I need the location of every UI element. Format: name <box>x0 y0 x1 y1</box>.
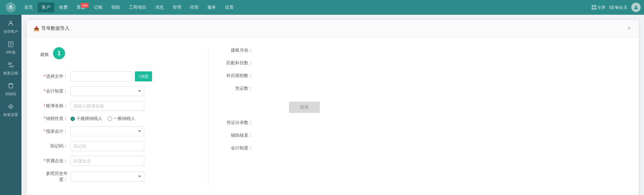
avatar[interactable] <box>631 3 641 12</box>
main-layout: 全部客户 0申报 账套迁移 <box>0 15 644 195</box>
declaration-label: 0申报 <box>6 50 15 55</box>
info-panel: 建账月份： 匹配科目数： 科目期初数： 凭证数： <box>222 47 356 187</box>
vip-icon <box>609 5 614 10</box>
step-section: 建账 1 <box>40 47 195 65</box>
top-navigation: 首页 客户 收费 票据 new 记账 报税 工商项目 消息 管理 经营 服务 设… <box>0 0 644 15</box>
fullscreen-label: 全屏 <box>597 5 605 10</box>
general-taxpayer-label: 一般纳税人 <box>113 116 135 122</box>
dialog-title: 📥 导爷数据导入 <box>34 25 69 31</box>
sidebar-item-all-customers[interactable]: 全部客户 <box>1 17 21 37</box>
auxiliary-accounting-label: 辅助核算： <box>222 132 255 138</box>
nav-item-service[interactable]: 服务 <box>203 2 220 12</box>
voucher-entries-label: 凭证分录数： <box>222 120 255 126</box>
file-text-input[interactable] <box>70 71 133 81</box>
info-row-voucher-count: 凭证数： <box>222 85 356 91</box>
form-rows: *选择文件： +浏览 *会计制度： <box>40 71 195 183</box>
all-customers-label: 全部客户 <box>3 29 18 34</box>
create-account-button[interactable]: 建账 <box>289 102 320 113</box>
memo-code-label: 助记码： <box>40 143 70 149</box>
affiliated-company-label: *所属企业： <box>40 158 70 164</box>
info-row-build-month: 建账月份： <box>222 47 356 53</box>
dialog-title-icon: 📥 <box>34 26 39 31</box>
browse-button[interactable]: +浏览 <box>135 71 152 81</box>
step-circle: 1 <box>53 47 65 59</box>
fullscreen-icon <box>592 5 596 10</box>
nav-item-billing[interactable]: 收费 <box>55 2 72 12</box>
recycle-icon <box>7 82 14 90</box>
svg-rect-12 <box>8 63 11 64</box>
accounting-system-label: *会计制度： <box>40 88 70 94</box>
svg-rect-3 <box>592 8 593 9</box>
match-subjects-label: 匹配科目数： <box>222 60 255 66</box>
memo-code-input[interactable] <box>70 141 144 151</box>
radio-general-taxpayer[interactable]: 一般纳税人 <box>108 116 135 122</box>
info-accounting-system-label: 会计制度： <box>222 145 255 151</box>
step-label: 建账 <box>40 52 49 58</box>
nav-item-operation[interactable]: 经营 <box>186 2 203 12</box>
tax-type-radio-group: 小规模纳税人 一般纳税人 <box>70 116 135 122</box>
nav-item-tax[interactable]: 报税 <box>107 2 124 12</box>
nav-item-manage[interactable]: 管理 <box>168 2 185 12</box>
form-row-assigned-accountant: *指派会计： <box>40 126 195 136</box>
svg-rect-5 <box>610 6 614 9</box>
nav-items: 首页 客户 收费 票据 new 记账 报税 工商项目 消息 管理 经营 服务 设… <box>20 2 592 12</box>
ledger-name-label: *账簿名称： <box>40 103 70 109</box>
content-area: 📥 导爷数据导入 × 建账 1 <box>21 15 644 195</box>
logo-icon <box>6 2 16 12</box>
dialog-card: 📥 导爷数据导入 × 建账 1 <box>27 20 639 195</box>
dialog-close-button[interactable]: × <box>626 24 632 33</box>
svg-point-7 <box>10 21 12 23</box>
nav-right: 全屏 畅会员 <box>592 3 641 12</box>
accounting-system-select[interactable] <box>70 86 144 96</box>
tag-settings-label: 标签设置 <box>3 112 18 117</box>
ledger-name-input[interactable] <box>70 101 144 111</box>
nav-item-settings[interactable]: 设置 <box>221 2 238 12</box>
vip-button[interactable]: 畅会员 <box>609 5 627 10</box>
form-row-affiliated-company: *所属企业： <box>40 156 195 166</box>
info-row-accounting-system: 会计制度： <box>222 145 356 151</box>
dialog-body: 建账 1 *选择文件： +浏览 <box>27 37 639 195</box>
nav-item-industry[interactable]: 工商项目 <box>125 2 150 12</box>
nav-item-home[interactable]: 首页 <box>20 2 37 12</box>
info-row-subject-initial: 科目期初数： <box>222 73 356 79</box>
recycle-label: 回收站 <box>5 91 16 96</box>
refer-history-select[interactable] <box>70 172 144 182</box>
nav-item-customers[interactable]: 客户 <box>38 2 54 12</box>
sidebar: 全部客户 0申报 账套迁移 <box>0 15 21 195</box>
form-row-tax-type: *纳税性质： 小规模纳税人 一般纳税人 <box>40 116 195 122</box>
assigned-accountant-select[interactable] <box>70 126 144 136</box>
nav-item-accounts[interactable]: 记账 <box>90 2 107 12</box>
svg-point-0 <box>10 5 12 7</box>
radio-small-taxpayer[interactable]: 小规模纳税人 <box>70 116 102 122</box>
affiliated-company-input[interactable] <box>70 156 144 166</box>
account-migration-label: 账套迁移 <box>3 71 18 76</box>
svg-rect-2 <box>595 5 596 7</box>
fullscreen-button[interactable]: 全屏 <box>592 5 605 10</box>
account-migration-icon <box>7 62 14 69</box>
app-logo[interactable] <box>3 0 18 15</box>
sidebar-item-tag-settings[interactable]: 标签设置 <box>1 101 21 120</box>
form-row-refer-history: 参照历史年度： <box>40 171 195 183</box>
refer-history-label: 参照历史年度： <box>40 171 70 183</box>
all-customers-icon <box>7 20 14 28</box>
assigned-accountant-label: *指派会计： <box>40 128 70 134</box>
nav-item-messages[interactable]: 消息 <box>151 2 168 12</box>
info-row-auxiliary-accounting: 辅助核算： <box>222 132 356 138</box>
info-row-voucher-entries: 凭证分录数： <box>222 120 356 126</box>
form-row-accounting-system: *会计制度： <box>40 86 195 96</box>
form-row-ledger-name: *账簿名称： <box>40 101 195 111</box>
small-taxpayer-label: 小规模纳税人 <box>76 116 102 122</box>
build-month-label: 建账月份： <box>222 47 255 53</box>
user-icon <box>633 5 639 10</box>
form-row-memo-code: 助记码： <box>40 141 195 151</box>
sidebar-item-account-migration[interactable]: 账套迁移 <box>1 59 21 78</box>
sidebar-item-recycle[interactable]: 回收站 <box>1 80 21 99</box>
select-file-label: *选择文件： <box>40 73 70 79</box>
file-input-group: +浏览 <box>70 71 144 81</box>
new-badge: new <box>81 3 89 8</box>
sidebar-item-declaration[interactable]: 0申报 <box>1 38 21 58</box>
svg-rect-1 <box>592 5 593 7</box>
dialog-title-text: 导爷数据导入 <box>41 25 69 31</box>
nav-item-tickets[interactable]: 票据 new <box>72 2 89 12</box>
svg-rect-4 <box>595 8 596 9</box>
